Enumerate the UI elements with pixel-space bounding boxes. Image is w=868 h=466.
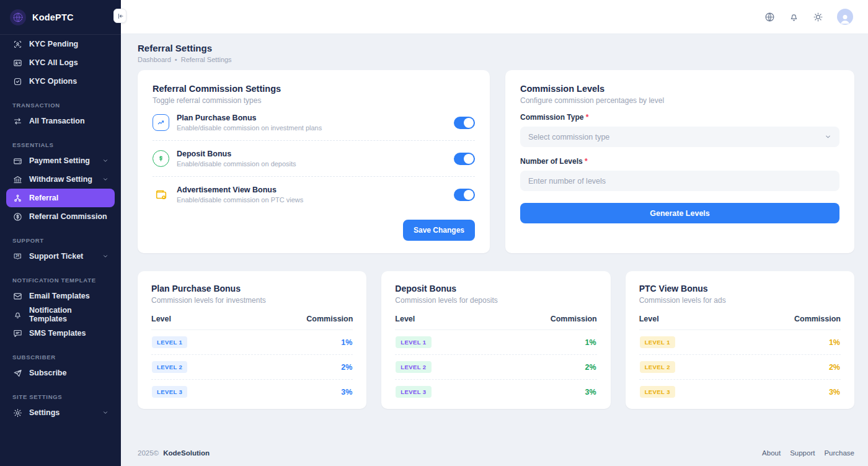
- plan-purchase-bonus-card: Plan Purchase Bonus Commission levels fo…: [138, 271, 366, 409]
- toggle-label: Deposit Bonus: [177, 150, 446, 158]
- commission-type-select[interactable]: Select commission type: [520, 127, 839, 147]
- app-title: KodePTC: [32, 12, 74, 22]
- sms-icon: [12, 328, 23, 339]
- commission-value: 1%: [829, 338, 840, 347]
- sidebar-item-withdraw-setting[interactable]: Withdraw Setting: [6, 170, 115, 189]
- commission-value: 1%: [341, 338, 352, 347]
- sidebar-item-label: KYC Options: [29, 77, 77, 86]
- sidebar-item-kyc-options[interactable]: KYC Options: [6, 72, 115, 91]
- user-avatar[interactable]: [837, 9, 853, 25]
- level-badge: LEVEL 1: [152, 336, 187, 348]
- main-area: Referral Settings Dashboard • Referral S…: [121, 0, 868, 466]
- sidebar-item-notification-templates[interactable]: Notification Templates: [6, 305, 115, 324]
- footer-year: 2025©: [138, 449, 159, 457]
- sidebar-item-email-templates[interactable]: Email Templates: [6, 287, 115, 305]
- sidebar-item-label: Email Templates: [29, 292, 90, 300]
- toggle-row-advertisement: Advertisement View Bonus Enable/disable …: [153, 177, 475, 212]
- table-row: LEVEL 3 3%: [395, 380, 596, 404]
- toggle-label: Plan Purchase Bonus: [177, 114, 446, 122]
- breadcrumb-current: Referral Settings: [181, 56, 232, 63]
- commission-column-header: Commission: [551, 315, 597, 323]
- sidebar-section-subscriber: SUBSCRIBER: [12, 354, 108, 361]
- commission-column-header: Commission: [794, 315, 841, 323]
- card-title: PTC View Bonus: [639, 284, 841, 293]
- sidebar-item-subscribe[interactable]: Subscribe: [6, 364, 115, 382]
- sidebar-item-sms-templates[interactable]: SMS Templates: [6, 324, 115, 343]
- sidebar-section-site-settings: SITE SETTINGS: [12, 393, 108, 400]
- generate-levels-button[interactable]: Generate Levels: [520, 203, 839, 223]
- sidebar: KodePTC KYC Pending: [0, 0, 121, 466]
- select-placeholder: Select commission type: [528, 133, 609, 141]
- number-of-levels-input[interactable]: [520, 171, 839, 191]
- card-title: Commission Levels: [520, 84, 839, 94]
- ptc-view-bonus-card: PTC View Bonus Commission levels for ads…: [626, 271, 854, 409]
- footer-link-about[interactable]: About: [762, 449, 781, 457]
- user-scan-icon: [12, 39, 23, 50]
- notifications-bell-icon[interactable]: [789, 12, 799, 22]
- table-row: LEVEL 2 2%: [639, 355, 841, 380]
- table-row: LEVEL 1 1%: [151, 330, 353, 355]
- toggle-label: Advertisement View Bonus: [177, 186, 446, 194]
- toggle-description: Enable/disable commission on deposits: [177, 160, 446, 168]
- referral-commission-settings-card: Referral Commission Settings Toggle refe…: [138, 70, 490, 253]
- save-changes-button[interactable]: Save Changes: [403, 220, 475, 241]
- advertisement-toggle[interactable]: [454, 189, 475, 201]
- level-column-header: Level: [151, 315, 171, 323]
- toggle-row-plan-purchase: Plan Purchase Bonus Enable/disable commi…: [153, 105, 475, 141]
- sidebar-item-referral[interactable]: Referral: [6, 189, 115, 207]
- logo-row[interactable]: KodePTC: [0, 0, 121, 35]
- footer: 2025© KodeSolution About Support Purchas…: [138, 440, 854, 466]
- theme-toggle-sun-icon[interactable]: [813, 12, 823, 22]
- commission-value: 2%: [585, 363, 596, 372]
- sidebar-collapse-button[interactable]: [113, 9, 126, 23]
- chevron-down-icon: [102, 176, 108, 182]
- level-badge: LEVEL 2: [396, 361, 431, 373]
- sidebar-item-payment-setting[interactable]: Payment Setting: [6, 151, 115, 170]
- dollar-circle-icon: [153, 150, 169, 167]
- level-cards-row: Plan Purchase Bonus Commission levels fo…: [138, 271, 854, 409]
- commission-levels-card: Commission Levels Configure commission p…: [505, 70, 854, 253]
- sidebar-item-support-ticket[interactable]: 24 Support Ticket: [6, 247, 115, 266]
- breadcrumb-dashboard[interactable]: Dashboard: [138, 56, 171, 63]
- sidebar-item-label: Referral Commission: [29, 212, 107, 221]
- commission-value: 3%: [341, 388, 352, 397]
- wallet-icon: [12, 156, 23, 166]
- bank-icon: [12, 174, 23, 185]
- footer-link-support[interactable]: Support: [790, 449, 815, 457]
- sidebar-item-label: Settings: [29, 408, 60, 417]
- breadcrumb-separator: •: [175, 56, 177, 63]
- table-row: LEVEL 2 2%: [151, 355, 353, 380]
- table-row: LEVEL 3 3%: [151, 380, 353, 404]
- content: Referral Settings Dashboard • Referral S…: [121, 34, 868, 466]
- sidebar-item-referral-commission[interactable]: Referral Commission: [6, 207, 115, 226]
- plan-purchase-toggle[interactable]: [454, 117, 475, 129]
- card-subtitle: Toggle referral commission types: [153, 96, 475, 105]
- sidebar-item-kyc-pending[interactable]: KYC Pending: [6, 35, 115, 53]
- sidebar-section-transaction: TRANSACTION: [12, 102, 108, 109]
- number-of-levels-label: Number of Levels *: [520, 157, 839, 166]
- sidebar-item-label: KYC Pending: [29, 40, 78, 48]
- breadcrumb: Dashboard • Referral Settings: [138, 56, 854, 63]
- toggle-row-deposit: Deposit Bonus Enable/disable commission …: [153, 141, 475, 177]
- sidebar-item-settings[interactable]: Settings: [6, 403, 115, 422]
- sidebar-item-all-transaction[interactable]: All Transaction: [6, 112, 115, 130]
- sidebar-item-label: Withdraw Setting: [29, 175, 92, 184]
- toggle-description: Enable/disable commission on PTC views: [177, 196, 446, 204]
- footer-company: KodeSolution: [163, 449, 210, 457]
- bell-icon: [12, 310, 23, 320]
- sidebar-section-essentials: ESSENTIALS: [12, 141, 108, 148]
- sidebar-item-kyc-all-logs[interactable]: KYC All Logs: [6, 53, 115, 72]
- commission-type-label: Commission Type *: [520, 113, 839, 122]
- deposit-toggle[interactable]: [454, 153, 475, 165]
- card-title: Plan Purchase Bonus: [151, 284, 353, 293]
- gear-icon: [12, 408, 23, 418]
- chevron-down-icon: [102, 410, 108, 416]
- sidebar-item-label: KYC All Logs: [29, 58, 78, 67]
- commission-value: 2%: [341, 363, 352, 372]
- language-globe-icon[interactable]: [764, 12, 775, 22]
- top-cards-row: Referral Commission Settings Toggle refe…: [138, 70, 854, 253]
- chevron-down-icon: [825, 133, 831, 140]
- level-column-header: Level: [395, 315, 415, 323]
- footer-link-purchase[interactable]: Purchase: [824, 449, 854, 457]
- ticket-24-icon: 24: [12, 251, 23, 262]
